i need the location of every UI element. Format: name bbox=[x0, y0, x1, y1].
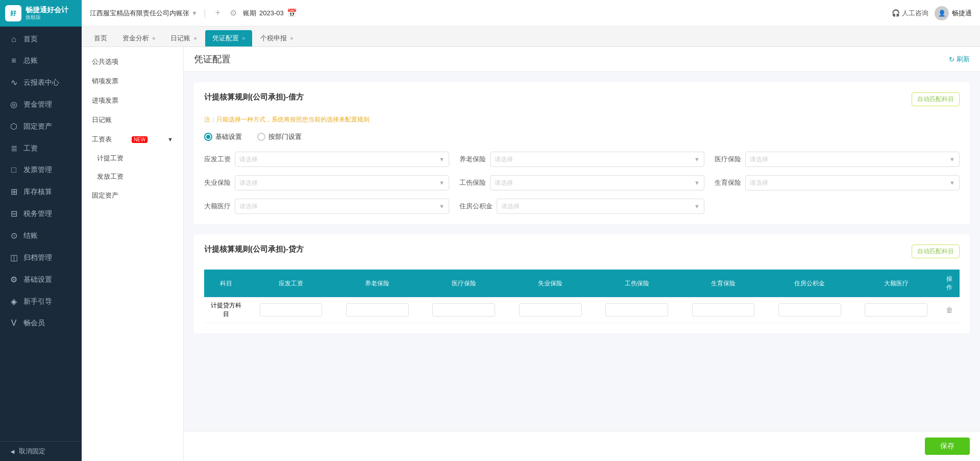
col-gjj: 住房公积金 bbox=[767, 270, 853, 297]
select-yanglao[interactable]: 请选择 ▼ bbox=[490, 152, 704, 167]
sidebar-item-ledger[interactable]: ≡总账 bbox=[0, 50, 82, 71]
sidebar-icon-vip: V bbox=[9, 319, 18, 328]
settings-icon[interactable]: ⚙ bbox=[230, 8, 237, 18]
sidebar-item-tax[interactable]: ⊟税务管理 bbox=[0, 203, 82, 225]
delete-row-btn[interactable]: 🗑 bbox=[946, 306, 953, 314]
radio-basic-label: 基础设置 bbox=[215, 132, 242, 141]
debit-section-title: 计提核算规则(公司承担)-借方 bbox=[204, 92, 304, 102]
tab-close-journal[interactable]: × bbox=[193, 35, 197, 41]
tab-close-voucher[interactable]: × bbox=[242, 35, 245, 41]
cell-yiliao[interactable] bbox=[421, 297, 507, 323]
input-gongshang[interactable] bbox=[605, 303, 668, 317]
cell-label: 计提贷方科目 bbox=[204, 297, 248, 323]
user-menu[interactable]: 👤 畅捷通 bbox=[935, 6, 972, 20]
sidebar-item-guide[interactable]: ◈新手引导 bbox=[0, 290, 82, 312]
refresh-btn[interactable]: ↻ 刷新 bbox=[949, 55, 970, 64]
main-area: 江西服宝精品有限责任公司内账张 ▼ | + ⚙ 账期 2023-03 📅 🎧 人… bbox=[82, 0, 980, 461]
left-panel-item-journal[interactable]: 日记账 bbox=[82, 110, 183, 130]
form-row-yanglao: 养老保险 请选择 ▼ bbox=[459, 152, 704, 167]
sidebar-item-invoice[interactable]: □发票管理 bbox=[0, 159, 82, 181]
sidebar-nav: ⌂首页≡总账∿云报表中心◎资金管理⬡固定资产≣工资□发票管理⊞库存核算⊟税务管理… bbox=[0, 27, 82, 441]
tab-tax[interactable]: 个税申报× bbox=[253, 30, 300, 46]
select-yingfa-arrow: ▼ bbox=[439, 156, 445, 162]
cell-dae[interactable] bbox=[853, 297, 939, 323]
sidebar-label-vip: 畅会员 bbox=[23, 319, 45, 328]
period-selector[interactable]: 账期 2023-03 📅 bbox=[243, 8, 297, 18]
support-btn[interactable]: 🎧 人工咨询 bbox=[892, 9, 928, 18]
input-yiliao[interactable] bbox=[432, 303, 495, 317]
tab-home[interactable]: 首页 bbox=[87, 30, 114, 46]
sidebar-icon-inventory: ⊞ bbox=[9, 187, 18, 197]
cell-action: 🗑 bbox=[939, 297, 960, 323]
left-panel-sub-pay_salary[interactable]: 发放工资 bbox=[82, 167, 183, 186]
input-shengyu[interactable] bbox=[692, 303, 755, 317]
input-gjj[interactable] bbox=[778, 303, 841, 317]
tab-voucher[interactable]: 凭证配置× bbox=[205, 30, 252, 46]
input-shiye[interactable] bbox=[519, 303, 582, 317]
label-yingfa: 应发工资 bbox=[204, 155, 231, 164]
left-panel-item-purchase[interactable]: 进项发票 bbox=[82, 91, 183, 110]
select-shengyu-arrow: ▼ bbox=[949, 180, 955, 186]
sidebar-header: 好 畅捷通好会计 旗舰版 bbox=[0, 0, 82, 27]
sidebar-label-invoice: 发票管理 bbox=[23, 165, 52, 175]
select-shengyu[interactable]: 请选择 ▼ bbox=[745, 175, 960, 190]
sidebar-label-home: 首页 bbox=[23, 35, 38, 44]
sidebar-item-assets[interactable]: ⬡固定资产 bbox=[0, 115, 82, 137]
sidebar-icon-settings: ⚙ bbox=[9, 275, 18, 284]
left-panel-sub-calc_salary[interactable]: 计提工资 bbox=[82, 149, 183, 167]
cell-gongshang[interactable] bbox=[594, 297, 680, 323]
input-dae[interactable] bbox=[865, 303, 927, 317]
sidebar-label-salary: 工资 bbox=[23, 144, 38, 153]
select-dae[interactable]: 请选择 ▼ bbox=[235, 199, 449, 214]
sidebar-item-closing[interactable]: ⊙结账 bbox=[0, 225, 82, 247]
sidebar-item-home[interactable]: ⌂首页 bbox=[0, 29, 82, 50]
sidebar-item-reports[interactable]: ∿云报表中心 bbox=[0, 71, 82, 93]
tab-journal[interactable]: 日记账× bbox=[163, 30, 204, 46]
sidebar-item-salary[interactable]: ≣工资 bbox=[0, 137, 82, 159]
select-shiye[interactable]: 请选择 ▼ bbox=[235, 175, 449, 190]
col-yanglao: 养老保险 bbox=[334, 270, 421, 297]
sidebar-icon-ledger: ≡ bbox=[9, 56, 18, 65]
debit-auto-match-btn[interactable]: 自动匹配科目 bbox=[912, 92, 960, 106]
company-selector[interactable]: 江西服宝精品有限责任公司内账张 ▼ bbox=[90, 9, 198, 18]
left-panel-item-common[interactable]: 公共选项 bbox=[82, 52, 183, 71]
cell-yingfa[interactable] bbox=[248, 297, 334, 323]
form-row-yiliao: 医疗保险 请选择 ▼ bbox=[715, 152, 960, 167]
select-gongshang[interactable]: 请选择 ▼ bbox=[490, 175, 704, 190]
input-yanglao[interactable] bbox=[346, 303, 409, 317]
input-yingfa[interactable] bbox=[260, 303, 323, 317]
cell-yanglao[interactable] bbox=[334, 297, 421, 323]
left-panel-item-fixed_assets[interactable]: 固定资产 bbox=[82, 186, 183, 205]
radio-basic[interactable]: 基础设置 bbox=[204, 132, 242, 141]
cell-gjj[interactable] bbox=[767, 297, 853, 323]
label-gjj: 住房公积金 bbox=[459, 202, 493, 211]
period-value: 2023-03 bbox=[259, 9, 284, 17]
sidebar-item-archive[interactable]: ◫归档管理 bbox=[0, 247, 82, 269]
left-panel-item-sales[interactable]: 销项发票 bbox=[82, 71, 183, 91]
tab-close-funds[interactable]: × bbox=[152, 35, 155, 41]
sidebar: 好 畅捷通好会计 旗舰版 ⌂首页≡总账∿云报表中心◎资金管理⬡固定资产≣工资□发… bbox=[0, 0, 82, 461]
sidebar-item-inventory[interactable]: ⊞库存核算 bbox=[0, 181, 82, 203]
cell-shengyu[interactable] bbox=[680, 297, 766, 323]
save-btn[interactable]: 保存 bbox=[925, 438, 970, 455]
credit-section: 计提核算规则(公司承担)-贷方 自动匹配科目 科目 应发工资 养老保险 医疗保险… bbox=[194, 234, 970, 333]
select-gjj[interactable]: 请选择 ▼ bbox=[497, 199, 704, 214]
sidebar-item-vip[interactable]: V畅会员 bbox=[0, 312, 82, 334]
tab-close-tax[interactable]: × bbox=[290, 35, 293, 41]
radio-dept[interactable]: 按部门设置 bbox=[257, 132, 302, 141]
cancel-fixed-btn[interactable]: ◄ 取消固定 bbox=[0, 441, 82, 461]
credit-auto-match-btn[interactable]: 自动匹配科目 bbox=[912, 245, 960, 258]
add-company-btn[interactable]: + bbox=[212, 7, 224, 19]
cell-shiye[interactable] bbox=[507, 297, 593, 323]
tab-funds[interactable]: 资金分析× bbox=[115, 30, 162, 46]
left-panel-item-salary_table[interactable]: 工资表 NEW ▼ bbox=[82, 130, 183, 149]
select-yingfa[interactable]: 请选择 ▼ bbox=[235, 152, 449, 167]
radio-basic-circle bbox=[204, 133, 212, 141]
col-kemu: 科目 bbox=[204, 270, 248, 297]
sidebar-item-settings[interactable]: ⚙基础设置 bbox=[0, 269, 82, 290]
debit-radio-group: 基础设置 按部门设置 bbox=[204, 132, 960, 141]
sidebar-item-funds[interactable]: ◎资金管理 bbox=[0, 93, 82, 115]
table-row: 计提贷方科目 🗑 bbox=[204, 297, 960, 323]
sidebar-label-assets: 固定资产 bbox=[23, 122, 52, 131]
select-yiliao[interactable]: 请选择 ▼ bbox=[745, 152, 960, 167]
